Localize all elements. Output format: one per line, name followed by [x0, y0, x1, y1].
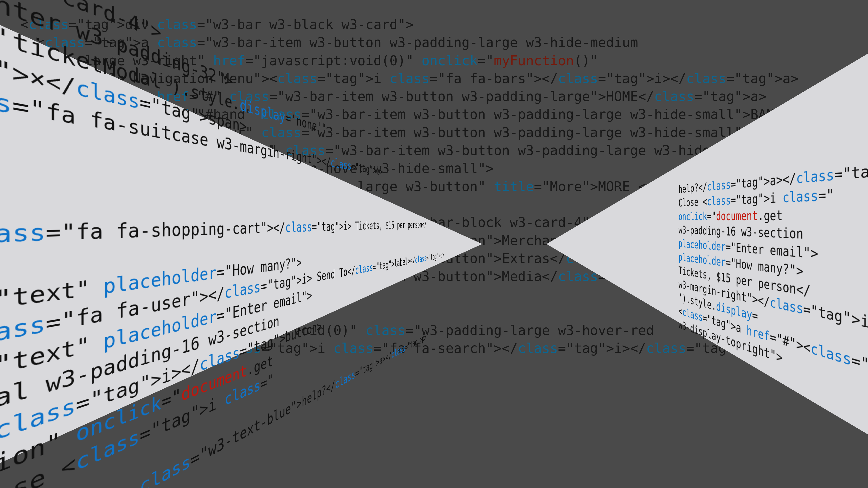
- triangle-layer: <class="tag">div id="ticketModal" class=…: [0, 0, 868, 488]
- artwork-stage: <class="tag">div class="w3-bar w3-black …: [0, 0, 868, 488]
